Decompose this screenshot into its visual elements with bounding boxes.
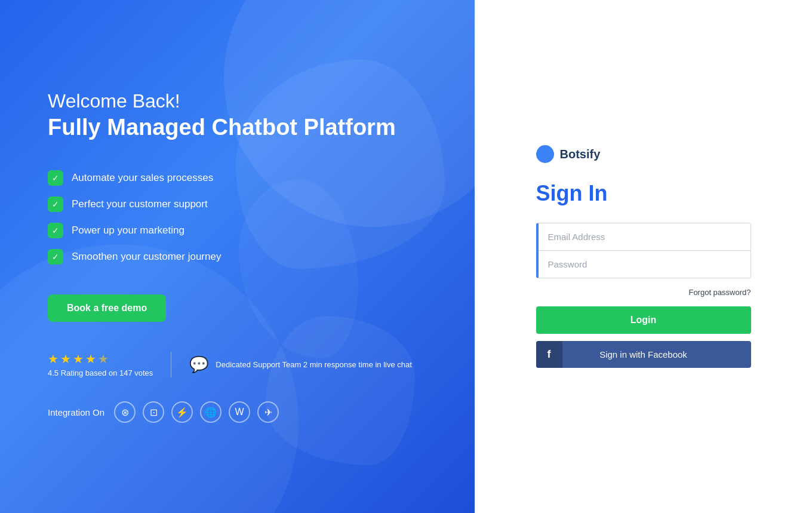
star-2: ★ <box>60 352 71 366</box>
facebook-button-label: Sign in with Facebook <box>545 349 743 360</box>
feature-text: Power up your marketing <box>72 225 184 236</box>
integration-label: Integration On <box>48 407 104 417</box>
forgot-password-link[interactable]: Forgot password? <box>688 288 751 297</box>
integration-row: Integration On ⊛ ⊡ ⚡ 🌐 W ✈ <box>48 401 427 423</box>
logo-name: Botsify <box>560 148 601 161</box>
feature-text: Smoothen your customer journey <box>72 251 221 263</box>
features-list: ✓ Automate your sales processes ✓ Perfec… <box>48 170 427 265</box>
logo-circle <box>536 145 554 163</box>
credentials-input-group <box>536 223 751 278</box>
forgot-password-row: Forgot password? <box>536 288 751 297</box>
feature-item: ✓ Smoothen your customer journey <box>48 249 427 265</box>
support-block: 💬 Dedicated Support Team 2 min response … <box>171 355 412 374</box>
check-icon: ✓ <box>48 170 63 186</box>
facebook-icon: f <box>536 341 562 368</box>
password-input[interactable] <box>539 251 751 278</box>
social-proof: ★ ★ ★ ★ ★ 4.5 Rating based on 147 votes … <box>48 352 427 377</box>
login-form-container: Botsify Sign In Forgot password? Login f… <box>536 145 751 368</box>
check-icon: ✓ <box>48 249 63 265</box>
support-text: Dedicated Support Team 2 min response ti… <box>216 359 412 371</box>
star-1: ★ <box>48 352 59 366</box>
book-demo-button[interactable]: Book a free demo <box>48 294 166 322</box>
whatsapp-icon: ⊛ <box>114 401 136 423</box>
integration-icons: ⊛ ⊡ ⚡ 🌐 W ✈ <box>114 401 279 423</box>
check-icon: ✓ <box>48 196 63 212</box>
livechat-icon: ⊡ <box>143 401 164 423</box>
left-panel: Welcome Back! Fully Managed Chatbot Plat… <box>0 0 475 513</box>
welcome-text: Welcome Back! <box>48 90 427 112</box>
wordpress-icon: W <box>229 401 250 423</box>
feature-item: ✓ Automate your sales processes <box>48 170 427 186</box>
star-3: ★ <box>73 352 84 366</box>
feature-item: ✓ Perfect your customer support <box>48 196 427 212</box>
feature-item: ✓ Power up your marketing <box>48 223 427 238</box>
login-button[interactable]: Login <box>536 306 751 334</box>
facebook-signin-button[interactable]: f Sign in with Facebook <box>536 341 751 368</box>
telegram-icon: ✈ <box>257 401 279 423</box>
right-panel: Botsify Sign In Forgot password? Login f… <box>475 0 812 513</box>
star-4: ★ <box>85 352 96 366</box>
left-content: Welcome Back! Fully Managed Chatbot Plat… <box>48 90 427 423</box>
stars-row: ★ ★ ★ ★ ★ <box>48 352 153 366</box>
sign-in-title: Sign In <box>536 181 751 206</box>
rating-block: ★ ★ ★ ★ ★ 4.5 Rating based on 147 votes <box>48 352 171 377</box>
chat-bubble-icon: 💬 <box>189 355 208 374</box>
logo-row: Botsify <box>536 145 751 163</box>
platform-title: Fully Managed Chatbot Platform <box>48 115 427 140</box>
email-input[interactable] <box>539 223 751 250</box>
globe-icon: 🌐 <box>200 401 222 423</box>
feature-text: Perfect your customer support <box>72 198 208 210</box>
star-half: ★ <box>98 352 109 366</box>
check-icon: ✓ <box>48 223 63 238</box>
feature-text: Automate your sales processes <box>72 172 213 184</box>
messenger-icon: ⚡ <box>171 401 193 423</box>
rating-text: 4.5 Rating based on 147 votes <box>48 368 153 377</box>
